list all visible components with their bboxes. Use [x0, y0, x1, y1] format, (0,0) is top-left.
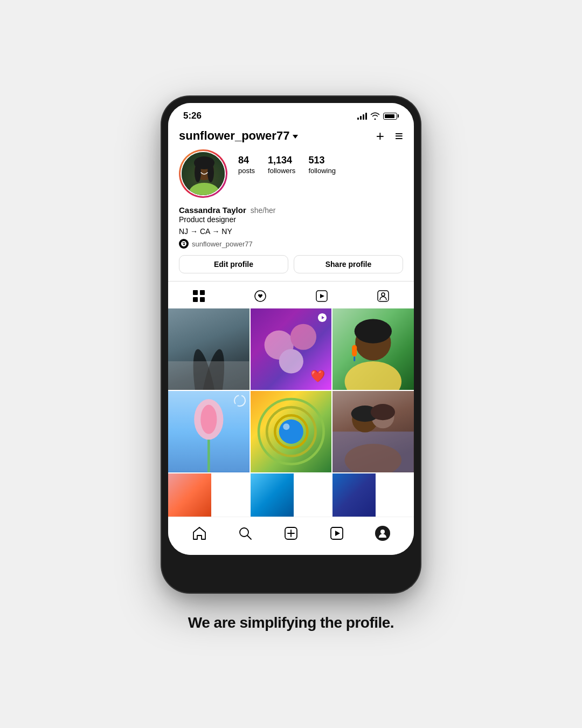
svg-rect-7 [193, 290, 198, 295]
followers-count: 1,134 [268, 155, 292, 167]
stat-posts[interactable]: 84 posts [238, 155, 255, 175]
bio-line1: Product designer [179, 215, 403, 225]
status-bar: 5:26 [168, 103, 414, 125]
threads-icon [179, 239, 189, 249]
phone-frame: 5:26 [162, 97, 420, 593]
stat-following[interactable]: 513 following [308, 155, 336, 175]
avatar-ring [179, 149, 227, 198]
svg-point-21 [279, 349, 303, 374]
signal-icon [357, 112, 367, 120]
stats-row: 84 posts 1,134 followers 513 following [238, 149, 403, 175]
photo-grid: ❤️ [168, 308, 414, 516]
username-text: sunflower_power77 [179, 129, 289, 143]
grid-item-1[interactable] [168, 308, 250, 390]
svg-point-36 [279, 420, 303, 444]
svg-rect-28 [168, 391, 250, 472]
svg-point-37 [283, 423, 289, 430]
grid-icon [192, 289, 206, 303]
reels-icon [315, 289, 329, 303]
grid-item-3[interactable] [332, 308, 414, 390]
content-tab-bar [168, 281, 414, 308]
heart-overlay-2: ❤️ [310, 369, 325, 383]
page-caption: We are simplifying the profile. [188, 614, 394, 631]
action-buttons: Edit profile Share profile [179, 255, 403, 273]
bottom-nav [168, 517, 414, 555]
svg-point-19 [264, 331, 293, 360]
tab-grid[interactable] [181, 287, 217, 305]
menu-button[interactable]: ≡ [395, 129, 403, 143]
svg-point-41 [345, 444, 401, 472]
svg-point-44 [240, 528, 248, 537]
following-label: following [308, 167, 336, 175]
tag-icon [376, 289, 390, 303]
grid-item-6[interactable] [332, 391, 414, 472]
grid-item-2[interactable]: ❤️ [251, 308, 332, 390]
nav-create[interactable] [279, 523, 303, 544]
status-icons [357, 112, 399, 120]
nav-reels[interactable] [324, 523, 349, 544]
threads-handle: sunflower_power77 [192, 240, 253, 248]
nav-home[interactable] [187, 523, 212, 544]
grid-item-9[interactable] [332, 473, 376, 517]
nav-search[interactable] [233, 523, 258, 544]
status-time: 5:26 [183, 111, 202, 121]
page-wrapper: 5:26 [0, 97, 582, 631]
svg-rect-8 [200, 290, 205, 295]
svg-point-6 [207, 163, 214, 182]
tab-tagged[interactable] [365, 287, 401, 305]
svg-point-27 [234, 395, 245, 406]
tab-reels-liked[interactable] [242, 287, 278, 305]
heart-circle-icon [253, 289, 267, 303]
battery-icon [383, 113, 399, 120]
edit-profile-button[interactable]: Edit profile [179, 255, 288, 273]
svg-point-22 [345, 361, 401, 390]
followers-label: followers [268, 167, 295, 175]
svg-point-24 [355, 319, 392, 344]
svg-point-23 [356, 325, 391, 360]
display-name: Cassandra Taylor [179, 205, 246, 215]
svg-point-15 [382, 293, 385, 296]
posts-label: posts [238, 167, 255, 175]
avatar [182, 152, 225, 195]
svg-point-20 [290, 324, 316, 350]
svg-rect-18 [168, 361, 250, 390]
svg-rect-26 [354, 356, 356, 361]
stat-followers[interactable]: 1,134 followers [268, 155, 295, 175]
grid-item-7[interactable] [168, 473, 211, 517]
username-row[interactable]: sunflower_power77 [179, 129, 298, 143]
svg-point-42 [351, 406, 379, 422]
share-profile-button[interactable]: Share profile [294, 255, 403, 273]
svg-line-45 [248, 535, 252, 539]
svg-point-40 [372, 406, 394, 428]
svg-rect-9 [193, 297, 198, 302]
avatar-wrapper [179, 149, 227, 198]
chevron-down-icon [293, 135, 298, 139]
grid-item-8[interactable] [251, 473, 294, 517]
nav-profile[interactable] [370, 523, 395, 544]
avatar-inner [181, 151, 226, 196]
profile-name-row: Cassandra Taylor she/her [179, 205, 403, 215]
header-actions: + ≡ [376, 129, 403, 143]
svg-rect-10 [200, 297, 205, 302]
svg-point-29 [194, 399, 223, 439]
following-count: 513 [308, 155, 324, 167]
profile-header: sunflower_power77 + ≡ [168, 125, 414, 149]
svg-point-33 [267, 407, 315, 456]
reel-indicator-2 [317, 313, 327, 322]
svg-rect-38 [332, 431, 414, 472]
svg-point-16 [188, 348, 224, 390]
bio-line2: NJ → CA → NY [179, 226, 403, 237]
svg-rect-25 [352, 345, 357, 356]
svg-point-30 [200, 404, 217, 434]
svg-point-17 [193, 348, 230, 390]
grid-item-4[interactable] [168, 391, 250, 472]
pronouns: she/her [251, 206, 276, 215]
svg-marker-50 [335, 531, 340, 536]
tab-reels[interactable] [304, 287, 340, 305]
profile-top-row: 84 posts 1,134 followers 513 following [179, 149, 403, 198]
threads-row[interactable]: sunflower_power77 [179, 239, 403, 249]
posts-count: 84 [238, 155, 249, 167]
svg-marker-13 [320, 294, 324, 298]
grid-item-5[interactable] [251, 391, 332, 472]
add-button[interactable]: + [376, 129, 384, 143]
